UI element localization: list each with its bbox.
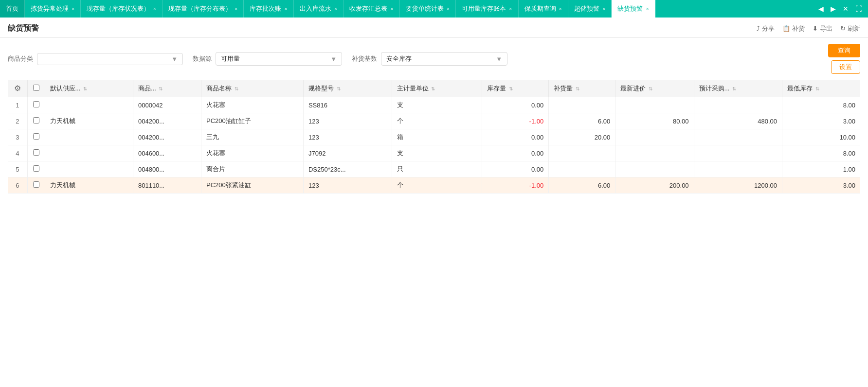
nav-item-home[interactable]: 首页 xyxy=(0,0,25,18)
row-checkbox[interactable] xyxy=(33,149,39,156)
stock-cell: 0.00 xyxy=(482,129,549,145)
close-icon[interactable]: × xyxy=(235,6,237,12)
stock-cell: -1.00 xyxy=(482,113,549,129)
sort-icon: ⇅ xyxy=(732,86,736,91)
row-checkbox[interactable] xyxy=(33,101,39,107)
restock-value: 安全库存 xyxy=(386,54,412,63)
row-checkbox[interactable] xyxy=(33,165,39,172)
unit-cell: 只 xyxy=(392,161,482,177)
datasource-value: 可用量 xyxy=(221,54,240,63)
row-number: 4 xyxy=(8,145,27,161)
close-icon[interactable]: × xyxy=(509,6,512,12)
row-checkbox-cell xyxy=(27,177,45,194)
product-code-cell: 004200... xyxy=(133,113,201,129)
data-table: ⚙ 默认供应... ⇅ 商品... ⇅ 商品名称 ⇅ xyxy=(8,80,860,194)
spec-column-header[interactable]: 规格型号 ⇅ xyxy=(303,80,392,97)
nav-item-inventory-dist[interactable]: 现存量（库存分布表） × xyxy=(163,0,244,18)
product-code-column-header[interactable]: 商品... ⇅ xyxy=(133,80,201,97)
close-icon[interactable]: × xyxy=(559,6,562,12)
nav-item-available[interactable]: 可用量库存账本 × xyxy=(456,0,518,18)
est-purchase-cell: 1200.00 xyxy=(694,177,782,194)
stock-cell: -1.00 xyxy=(482,177,549,194)
restock-button[interactable]: 📋 补货 xyxy=(782,24,805,33)
close-icon[interactable]: × xyxy=(602,6,605,12)
supplier-column-header[interactable]: 默认供应... ⇅ xyxy=(45,80,133,97)
close-icon[interactable]: × xyxy=(334,6,337,12)
unit-cell: 个 xyxy=(392,177,482,194)
category-label: 商品分类 xyxy=(8,54,33,63)
page-header: 缺货预警 ⤴ 分享 📋 补货 ⬇ 导出 ↻ 刷新 xyxy=(0,18,868,38)
close-icon[interactable]: × xyxy=(447,6,450,12)
unit-cell: 支 xyxy=(392,145,482,161)
sort-icon: ⇅ xyxy=(431,86,435,91)
nav-item-summary[interactable]: 收发存汇总表 × xyxy=(344,0,399,18)
table-row: 5 004800... 离合片 DS250*23c... 只 0.00 1.00 xyxy=(8,161,860,177)
export-button[interactable]: ⬇ 导出 xyxy=(813,24,832,33)
nav-bar: 首页 拣货异常处理 × 现存量（库存状况表） × 现存量（库存分布表） × 库存… xyxy=(0,0,868,18)
row-checkbox[interactable] xyxy=(33,181,39,188)
table-row: 6 力天机械 801110... PC200张紧油缸 123 个 -1.00 6… xyxy=(8,177,860,194)
sort-icon: ⇅ xyxy=(576,86,579,91)
row-checkbox-cell xyxy=(27,129,45,145)
query-button[interactable]: 查询 xyxy=(828,44,860,57)
sort-icon: ⇅ xyxy=(649,86,652,91)
nav-item-inventory-status[interactable]: 现存量（库存状况表） × xyxy=(81,0,162,18)
close-icon[interactable]: × xyxy=(284,6,287,12)
product-name-column-header[interactable]: 商品名称 ⇅ xyxy=(201,80,304,97)
nav-item-flow[interactable]: 出入库流水 × xyxy=(294,0,344,18)
latest-price-cell: 200.00 xyxy=(615,177,694,194)
latest-price-cell xyxy=(615,97,694,113)
restock-qty-column-header[interactable]: 补货量 ⇅ xyxy=(549,80,615,97)
min-stock-column-header[interactable]: 最低库存 ⇅ xyxy=(782,80,860,97)
datasource-select[interactable]: 可用量 ▼ xyxy=(216,52,342,66)
latest-price-column-header[interactable]: 最新进价 ⇅ xyxy=(615,80,694,97)
table-body: 1 0000042 火花塞 SS816 支 0.00 8.00 2 力天机械 0… xyxy=(8,97,860,194)
refresh-button[interactable]: ↻ 刷新 xyxy=(840,24,860,33)
nav-item-demand[interactable]: 要货单统计表 × xyxy=(400,0,456,18)
est-purchase-cell xyxy=(694,129,782,145)
unit-column-header[interactable]: 主计量单位 ⇅ xyxy=(392,80,482,97)
filter-bar: 商品分类 ▼ 数据源 可用量 ▼ 补货基数 安全库存 ▼ 查询 设置 xyxy=(0,38,868,80)
sort-icon: ⇅ xyxy=(235,86,238,91)
sort-icon: ⇅ xyxy=(337,86,341,91)
nav-close-button[interactable]: ✕ xyxy=(840,4,851,14)
close-icon[interactable]: × xyxy=(646,6,649,12)
stock-column-header[interactable]: 库存量 ⇅ xyxy=(482,80,549,97)
nav-next-button[interactable]: ▶ xyxy=(828,4,839,14)
spec-cell: 123 xyxy=(303,129,392,145)
close-icon[interactable]: × xyxy=(153,6,156,12)
nav-item-batch[interactable]: 库存批次账 × xyxy=(244,0,293,18)
nav-item-shortage[interactable]: 缺货预警 × xyxy=(612,0,655,18)
restock-select[interactable]: 安全库存 ▼ xyxy=(381,52,507,66)
nav-item-picking[interactable]: 拣货异常处理 × xyxy=(25,0,81,18)
spec-cell: DS250*23c... xyxy=(303,161,392,177)
settings-button[interactable]: 设置 xyxy=(831,60,860,74)
nav-item-overstock[interactable]: 超储预警 × xyxy=(568,0,612,18)
latest-price-cell xyxy=(615,129,694,145)
gear-button[interactable]: ⚙ xyxy=(14,84,21,93)
table-row: 4 004600... 火花塞 J7092 支 0.00 8.00 xyxy=(8,145,860,161)
unit-cell: 箱 xyxy=(392,129,482,145)
nav-fullscreen-button[interactable]: ⛶ xyxy=(852,4,865,14)
category-filter-group: 商品分类 ▼ xyxy=(8,53,183,65)
row-checkbox[interactable] xyxy=(33,117,39,123)
select-all-checkbox[interactable] xyxy=(33,85,39,91)
product-code-cell: 004800... xyxy=(133,161,201,177)
row-checkbox-cell xyxy=(27,145,45,161)
min-stock-cell: 3.00 xyxy=(782,113,860,129)
product-name-cell: 离合片 xyxy=(201,161,304,177)
nav-prev-button[interactable]: ◀ xyxy=(815,4,827,14)
row-checkbox[interactable] xyxy=(33,133,39,140)
chevron-down-icon: ▼ xyxy=(496,55,502,63)
min-stock-cell: 10.00 xyxy=(782,129,860,145)
page-title: 缺货预警 xyxy=(8,23,757,34)
close-icon[interactable]: × xyxy=(72,6,74,12)
close-icon[interactable]: × xyxy=(390,6,393,12)
share-button[interactable]: ⤴ 分享 xyxy=(757,24,775,33)
nav-item-expiry[interactable]: 保质期查询 × xyxy=(519,0,568,18)
restock-qty-cell: 6.00 xyxy=(549,113,615,129)
category-select[interactable]: ▼ xyxy=(37,53,183,65)
restock-qty-cell xyxy=(549,145,615,161)
est-purchase-column-header[interactable]: 预计采购... ⇅ xyxy=(694,80,782,97)
table-header-row: ⚙ 默认供应... ⇅ 商品... ⇅ 商品名称 ⇅ xyxy=(8,80,860,97)
